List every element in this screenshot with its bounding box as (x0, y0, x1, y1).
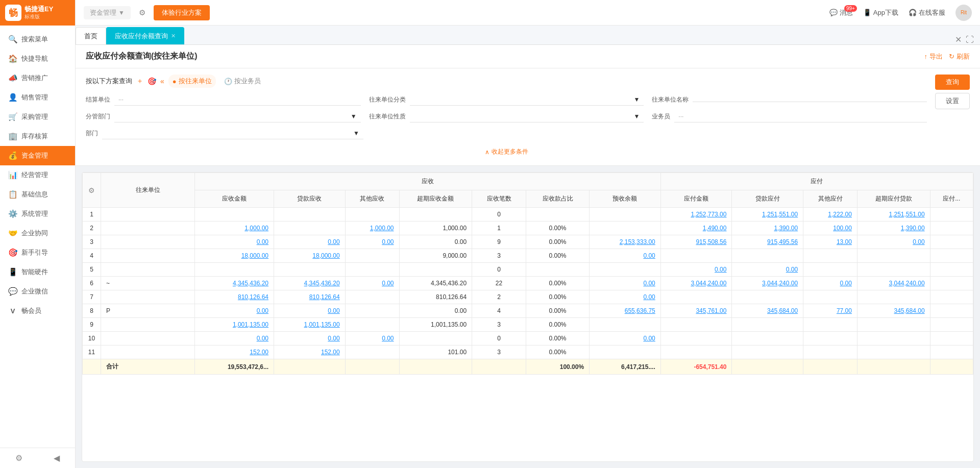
cell-link[interactable]: 1,001,135.00 (233, 321, 268, 328)
cell-link[interactable]: 345,761.00 (696, 307, 726, 314)
sidebar-item-inventory[interactable]: 🏢 库存核算 (0, 127, 75, 146)
cell-link[interactable]: 1,222.00 (828, 211, 852, 218)
topbar-breadcrumb[interactable]: 资金管理 ▼ (84, 6, 131, 19)
cell-link[interactable]: 655,636.75 (625, 307, 655, 314)
th-settings[interactable]: ⚙ (83, 173, 101, 208)
sidebar-item-member[interactable]: V 畅会员 (0, 301, 75, 321)
scheme-option-partner[interactable]: ● 按往来单位 (168, 75, 216, 88)
cell-link[interactable]: 345,684.00 (894, 307, 925, 314)
user-profile[interactable]: Rit (955, 5, 972, 21)
prev-scheme-icon[interactable]: « (160, 77, 164, 85)
cell-link[interactable]: 0.00 (840, 280, 852, 287)
cell-link[interactable]: 0.00 (643, 335, 655, 342)
sidebar-item-finance[interactable]: 💰 资金管理 (0, 146, 75, 165)
cell-link[interactable]: 0.00 (328, 238, 339, 245)
app-download-button[interactable]: 📱 App下载 (863, 8, 898, 17)
sidebar-item-basic[interactable]: 📋 基础信息 (0, 185, 75, 204)
dept-input[interactable]: ▼ (102, 128, 363, 139)
cell-link[interactable]: 1,000.00 (370, 225, 394, 232)
cell-link[interactable]: 0.00 (382, 335, 394, 342)
cell-link[interactable]: 0.00 (913, 238, 924, 245)
cell-link[interactable]: 100.00 (833, 225, 852, 232)
table-area[interactable]: ⚙ 往来单位 应收 应付 应收金额 贷款应 (82, 172, 974, 462)
salesperson-input[interactable]: ··· (674, 111, 927, 122)
filter-fields: 按以下方案查询 ＋ 🎯 « ● 按往来单位 🕐 按业务员 (86, 75, 927, 159)
cell-link[interactable]: 0.00 (643, 280, 655, 287)
table-settings-icon[interactable]: ⚙ (88, 186, 95, 194)
sidebar-item-hardware[interactable]: 📱 智能硬件 (0, 262, 75, 282)
cell-link[interactable]: 1,251,551.00 (889, 211, 924, 218)
add-scheme-icon[interactable]: ＋ (136, 77, 143, 86)
query-button[interactable]: 查询 (935, 75, 970, 90)
cell-link[interactable]: 1,390.00 (901, 225, 925, 232)
sidebar-settings-icon[interactable]: ⚙ (15, 453, 22, 463)
sidebar-item-wechat[interactable]: 💬 企业微信 (0, 282, 75, 301)
cell-link[interactable]: 3,044,240.00 (889, 280, 924, 287)
cell-link[interactable]: 13.00 (837, 238, 852, 245)
cell-link[interactable]: 0.00 (382, 238, 394, 245)
cell-link[interactable]: 0.00 (786, 266, 798, 273)
cell-link[interactable]: 0.00 (328, 307, 339, 314)
message-button[interactable]: 💬 消息 99+ (829, 8, 853, 17)
cell-link[interactable]: 1,490.00 (703, 225, 727, 232)
cell-link[interactable]: 0.00 (643, 252, 655, 259)
refresh-button[interactable]: ↻ 刷新 (949, 52, 970, 61)
window-close-icon[interactable]: ✕ (955, 35, 962, 44)
partner-nature-input[interactable]: ▼ (410, 111, 644, 122)
message-badge: 99+ (844, 5, 857, 12)
cell-link[interactable]: 18,000.00 (312, 252, 339, 259)
topbar-gear-icon[interactable]: ⚙ (139, 8, 145, 17)
cell-link[interactable]: 810,126.64 (238, 293, 268, 301)
cell-link[interactable]: 1,390.00 (774, 225, 798, 232)
cell-link[interactable]: 0.00 (382, 280, 394, 287)
cell-link[interactable]: 18,000.00 (241, 252, 268, 259)
sidebar-item-purchase[interactable]: 🛒 采购管理 (0, 107, 75, 127)
cell-link[interactable]: 2,153,333.00 (620, 238, 655, 245)
sidebar-item-system[interactable]: ⚙️ 系统管理 (0, 204, 75, 224)
settlement-unit-input[interactable]: ··· (114, 94, 361, 106)
dept-manage-input[interactable]: ▼ (114, 111, 361, 122)
cell-link[interactable]: 1,252,773.00 (691, 211, 726, 218)
cell-link[interactable]: 0.00 (328, 335, 339, 342)
scheme-option-salesperson[interactable]: 🕐 按业务员 (220, 75, 265, 88)
sidebar-item-sales[interactable]: 👤 销售管理 (0, 88, 75, 107)
cell-link[interactable]: 152.00 (250, 349, 268, 356)
partner-name-input[interactable] (693, 97, 927, 102)
service-button[interactable]: 🎧 在线客服 (909, 8, 945, 17)
cell-link[interactable]: 4,345,436.20 (304, 280, 340, 287)
partner-category-input[interactable]: ▼ (410, 94, 644, 106)
cell-link[interactable]: 77.00 (837, 307, 852, 314)
tab-close-icon[interactable]: ✕ (171, 33, 176, 39)
cell-link[interactable]: 0.00 (643, 293, 655, 301)
edit-scheme-icon[interactable]: 🎯 (148, 77, 156, 85)
cell-link[interactable]: 0.00 (257, 238, 268, 245)
sidebar-item-guide[interactable]: 🎯 新手引导 (0, 243, 75, 262)
cell-link[interactable]: 1,251,551.00 (762, 211, 798, 218)
cell-link[interactable]: 0.00 (257, 335, 268, 342)
cell-link[interactable]: 4,345,436.20 (233, 280, 268, 287)
cell-link[interactable]: 1,000.00 (244, 225, 268, 232)
sidebar-item-operation[interactable]: 📊 经营管理 (0, 165, 75, 185)
cell-link[interactable]: 3,044,240.00 (691, 280, 726, 287)
window-maximize-icon[interactable]: ⛶ (966, 35, 974, 44)
cell-link[interactable]: 810,126.64 (309, 293, 340, 301)
sidebar-item-corp[interactable]: 🤝 企业协同 (0, 224, 75, 243)
filter-collapse-button[interactable]: ∧ 收起更多条件 (86, 144, 927, 159)
cell-link[interactable]: 1,001,135.00 (304, 321, 340, 328)
tab-home[interactable]: 首页 (76, 27, 106, 44)
cell-link[interactable]: 0.00 (257, 307, 268, 314)
cta-button[interactable]: 体验行业方案 (154, 5, 210, 20)
cell-link[interactable]: 0.00 (715, 266, 726, 273)
cell-link[interactable]: 345,684.00 (767, 307, 798, 314)
sidebar-collapse-icon[interactable]: ◀ (54, 453, 60, 463)
sidebar-item-marketing[interactable]: 📣 营销推广 (0, 68, 75, 88)
sidebar-item-search[interactable]: 🔍 搜索菜单 (0, 30, 75, 49)
export-button[interactable]: ↑ 导出 (924, 52, 943, 61)
cell-link[interactable]: 152.00 (321, 349, 340, 356)
sidebar-item-quicknav[interactable]: 🏠 快捷导航 (0, 49, 75, 68)
cell-link[interactable]: 915,508.56 (696, 238, 726, 245)
tab-receivable-query[interactable]: 应收应付余额查询 ✕ (106, 27, 184, 44)
cell-link[interactable]: 915,495.56 (767, 238, 798, 245)
setting-button[interactable]: 设置 (935, 93, 970, 109)
cell-link[interactable]: 3,044,240.00 (762, 280, 798, 287)
